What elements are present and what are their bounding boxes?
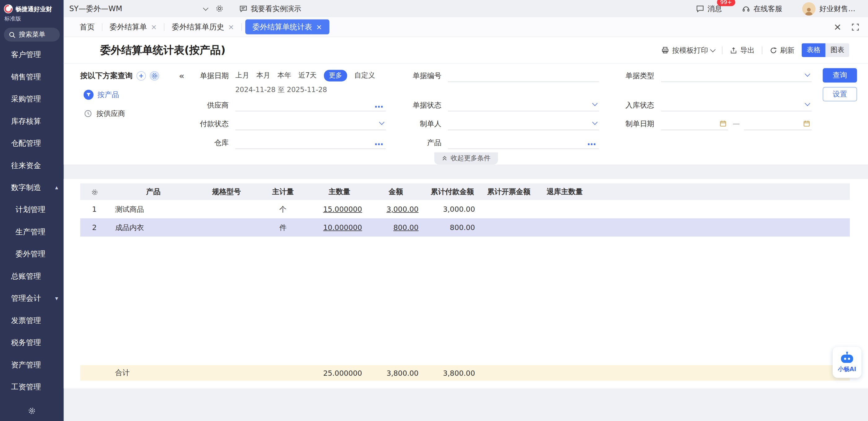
- export-button[interactable]: 导出: [730, 45, 755, 55]
- user-menu[interactable]: 好业财售前...: [802, 2, 861, 15]
- sidebar-item-asset[interactable]: 资产管理: [0, 354, 64, 376]
- sidebar-item-inventory-accounting[interactable]: 库存核算: [0, 110, 64, 132]
- menu-label: 销售管理: [11, 72, 41, 82]
- sidebar-item-tax[interactable]: 税务管理: [0, 332, 64, 354]
- col-header-invoiced[interactable]: 累计开票金额: [480, 187, 537, 197]
- table-row[interactable]: 1 测试商品 个 15.000000 3,000.00 3,000.00: [80, 200, 850, 218]
- sidebar-item-sales[interactable]: 销售管理: [0, 66, 64, 88]
- filter-create-date: 制单日期 —: [618, 117, 812, 130]
- col-header-returned[interactable]: 退库主数量: [537, 187, 593, 197]
- cell-amount-link[interactable]: 800.00: [368, 223, 424, 231]
- query-button[interactable]: 查询: [823, 68, 857, 82]
- quick-this-month[interactable]: 本月: [256, 71, 270, 80]
- ellipsis-picker-icon: …: [374, 99, 384, 110]
- scheme-settings-button[interactable]: [149, 71, 159, 81]
- print-by-template-button[interactable]: 按模板打印: [661, 45, 715, 55]
- table-header-row: 产品 规格型号 主计量 主数量 金额 累计付款金额 累计开票金额 退库主数量: [80, 184, 850, 200]
- quick-this-year[interactable]: 本年: [277, 71, 291, 80]
- sidebar-item-customer[interactable]: 客户管理: [0, 44, 64, 66]
- doc-no-input[interactable]: [448, 69, 599, 82]
- page-header: 委外结算单统计表(按产品) 按模板打印 导出 刷新 表格: [64, 37, 868, 64]
- filter-spacer: [618, 136, 812, 149]
- column-settings-button[interactable]: [80, 188, 108, 196]
- supplier-picker[interactable]: …: [236, 99, 386, 111]
- funnel-icon: [84, 90, 94, 100]
- scheme-by-product[interactable]: 按产品: [84, 90, 184, 100]
- sidebar-item-digital-manufacturing[interactable]: 数字制造▲: [0, 177, 64, 199]
- sidebar-item-funds[interactable]: 往来资金: [0, 155, 64, 177]
- create-date-to-input[interactable]: [744, 117, 812, 130]
- tab-settlement[interactable]: 委外结算单×: [102, 17, 164, 37]
- chart-view-button[interactable]: 图表: [826, 43, 849, 57]
- col-header-paid[interactable]: 累计付款金额: [424, 187, 480, 197]
- filter-product: 产品 …: [405, 136, 599, 149]
- close-icon[interactable]: ×: [316, 23, 322, 31]
- scheme-header: 按以下方案查询 «: [80, 69, 184, 81]
- close-icon[interactable]: ×: [228, 23, 234, 31]
- menu-label: 往来资金: [11, 161, 41, 170]
- quick-more[interactable]: 更多: [324, 70, 347, 82]
- quick-last-7-days[interactable]: 近7天: [298, 71, 317, 80]
- robot-icon: [839, 351, 855, 365]
- close-icon[interactable]: ×: [151, 23, 157, 31]
- menu-label: 税务管理: [11, 338, 41, 348]
- online-service-button[interactable]: 在线客服: [742, 4, 782, 13]
- col-header-qty[interactable]: 主数量: [311, 187, 367, 197]
- messages-button[interactable]: 消息 99+: [696, 4, 722, 13]
- scheme-by-supplier[interactable]: 按供应商: [84, 109, 184, 118]
- collapse-panel-icon[interactable]: «: [179, 71, 184, 81]
- doc-type-select[interactable]: [661, 69, 812, 82]
- create-date-from-input[interactable]: [661, 117, 728, 130]
- table-view-button[interactable]: 表格: [802, 43, 826, 57]
- tab-settlement-history[interactable]: 委外结算单历史×: [165, 17, 241, 37]
- tab-home[interactable]: 首页: [72, 17, 102, 37]
- sidebar-item-general-ledger[interactable]: 总账管理: [0, 265, 64, 287]
- demo-link-label: 我要看实例演示: [251, 4, 302, 13]
- topbar-settings-button[interactable]: [215, 4, 224, 13]
- warehouse-picker[interactable]: …: [236, 136, 386, 149]
- ai-assistant-button[interactable]: 小畅AI: [833, 347, 862, 378]
- refresh-button[interactable]: 刷新: [770, 45, 794, 55]
- collapse-more-conditions[interactable]: 收起更多条件: [434, 152, 498, 164]
- cell-qty-link[interactable]: 10.000000: [311, 223, 367, 231]
- doc-status-select[interactable]: [448, 99, 599, 111]
- demo-link[interactable]: 我要看实例演示: [239, 4, 301, 13]
- menu-search-placeholder: 搜索菜单: [19, 30, 45, 39]
- sidebar-settings-button[interactable]: [0, 400, 64, 421]
- online-service-label: 在线客服: [753, 4, 782, 13]
- quick-custom[interactable]: 自定义: [354, 71, 375, 80]
- fullscreen-icon[interactable]: [851, 23, 859, 31]
- creator-select[interactable]: [448, 117, 599, 130]
- sidebar-item-management-accounting[interactable]: 管理会计▼: [0, 288, 64, 310]
- payment-status-select[interactable]: [236, 117, 386, 130]
- col-header-unit[interactable]: 主计量: [255, 187, 311, 197]
- quick-last-month[interactable]: 上月: [236, 71, 249, 80]
- sidebar-item-plan[interactable]: 计划管理: [0, 199, 64, 221]
- col-header-product[interactable]: 产品: [108, 187, 198, 197]
- sidebar-item-invoice[interactable]: 发票管理: [0, 310, 64, 332]
- close-all-icon[interactable]: ×: [834, 22, 841, 31]
- filter-doc-type: 单据类型: [618, 69, 812, 94]
- sidebar-item-outsourcing[interactable]: 委外管理: [0, 243, 64, 265]
- product-picker[interactable]: …: [448, 136, 599, 149]
- col-header-amount[interactable]: 金额: [368, 187, 424, 197]
- cell-amount-link[interactable]: 3,000.00: [368, 205, 424, 213]
- scheme-label: 按供应商: [96, 109, 125, 118]
- sidebar-item-production[interactable]: 生产管理: [0, 221, 64, 243]
- menu-label: 客户管理: [11, 50, 41, 60]
- sidebar-item-warehouse-distribution[interactable]: 仓配管理: [0, 132, 64, 155]
- inbound-status-select[interactable]: [661, 99, 812, 111]
- add-scheme-button[interactable]: [136, 71, 146, 81]
- sidebar-item-purchase[interactable]: 采购管理: [0, 88, 64, 110]
- settings-button[interactable]: 设置: [823, 87, 857, 102]
- tab-settlement-statistics[interactable]: 委外结算单统计表×: [245, 20, 329, 34]
- cell-qty-link[interactable]: 15.000000: [311, 205, 367, 213]
- tab-label: 委外结算单历史: [172, 22, 224, 32]
- org-selector[interactable]: SY—委外—WM: [69, 4, 208, 13]
- sidebar-item-payroll[interactable]: 工资管理: [0, 376, 64, 398]
- table-row[interactable]: 2 成品内衣 件 10.000000 800.00 800.00: [80, 218, 850, 236]
- menu-search-input[interactable]: 搜索菜单: [4, 28, 60, 41]
- filter-label: 付款状态: [192, 117, 235, 130]
- col-header-spec[interactable]: 规格型号: [198, 187, 255, 197]
- chevron-down-icon: [592, 101, 597, 106]
